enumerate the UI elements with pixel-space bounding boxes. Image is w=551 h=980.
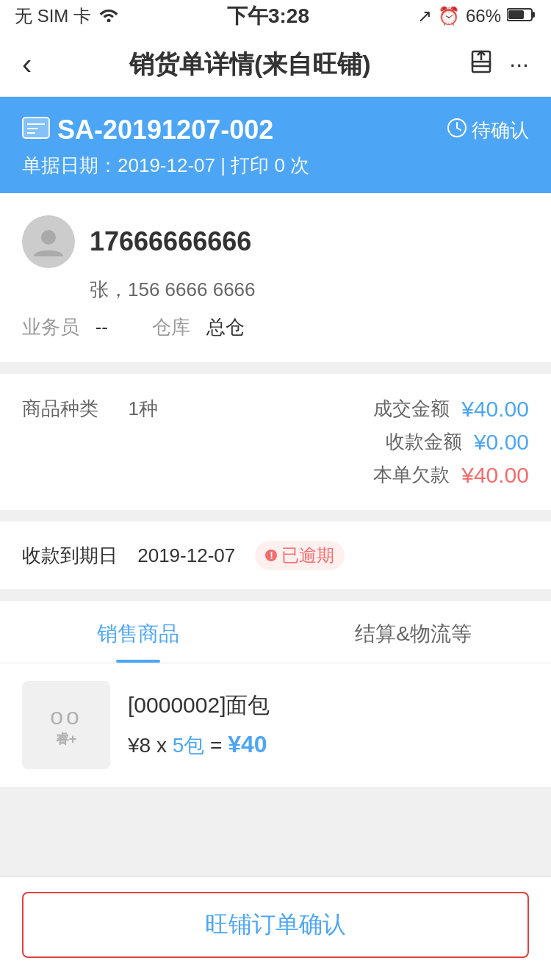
overdue-text: 已逾期 [281,544,334,567]
payment-row: 收款金额 ¥0.00 [386,429,529,455]
back-button[interactable]: ‹ [22,48,32,81]
status-time: 下午3:28 [227,2,309,30]
battery-text: 66% [466,6,501,26]
due-date-label: 收款到期日 [22,543,118,569]
nav-left: ‹ [22,48,32,81]
product-thumbnail: oo 睿+ [22,681,110,769]
due-date-value: 2019-12-07 [137,544,235,567]
sim-status: 无 SIM 卡 [15,4,91,28]
svg-point-14 [41,230,56,245]
salesperson-label: 业务员 [22,316,79,338]
price-equals: = [210,734,228,757]
overdue-dot-icon: ! [265,550,277,561]
wifi-icon [98,6,119,26]
clock-icon [447,118,467,143]
share-button[interactable] [468,48,494,81]
overdue-badge: ! 已逾期 [255,541,345,570]
payment-label: 收款金额 [386,429,462,455]
payment-value: ¥0.00 [474,430,529,455]
due-section: 收款到期日 2019-12-07 ! 已逾期 [0,522,551,589]
product-info: [0000002]面包 ¥8 x 5包 = ¥40 [128,691,529,760]
order-header: SA-20191207-002 待确认 单据日期：2019-12-07 | 打印… [0,97,551,193]
balance-row: 本单欠款 ¥40.00 [373,462,529,488]
nav-right: ··· [468,48,529,81]
price-qty: 5包 [173,734,205,757]
svg-line-13 [457,128,461,130]
transaction-row: 成交金额 ¥40.00 [373,396,529,422]
svg-rect-3 [508,10,524,19]
order-date: 单据日期：2019-12-07 | 打印 0 次 [22,153,529,179]
status-left: 无 SIM 卡 [15,4,119,28]
transaction-label: 成交金额 [373,396,450,422]
price-unit: ¥8 [128,734,151,757]
product-type-row: 商品种类 1种 [22,396,158,422]
transaction-value: ¥40.00 [461,397,529,422]
warehouse-label: 仓库 [152,316,190,338]
price-total: ¥40 [228,731,267,757]
product-item: oo 睿+ [0000002]面包 ¥8 x 5包 = ¥40 [22,681,529,769]
customer-meta: 业务员 -- 仓库 总仓 [22,314,529,340]
confirm-button[interactable]: 旺铺订单确认 [22,892,529,958]
nav-bar: ‹ 销货单详情(来自旺铺) ··· [0,32,551,97]
location-icon: ↗ [417,6,432,26]
product-price: ¥8 x 5包 = ¥40 [128,731,529,760]
alarm-icon: ⏰ [438,6,460,26]
avatar [22,215,75,268]
customer-name: 张，156 6666 6666 [22,277,529,303]
tabs-bar: 销售商品 结算&物流等 [0,601,551,663]
balance-value: ¥40.00 [461,463,529,488]
svg-rect-2 [532,12,535,18]
customer-phone: 17666666666 [90,226,251,257]
product-type-value: 1种 [128,397,157,419]
salesperson-value: -- [96,316,108,338]
summary-section: 商品种类 1种 成交金额 ¥40.00 收款金额 ¥0.00 本单欠款 ¥40.… [0,374,551,510]
customer-section: 17666666666 张，156 6666 6666 业务员 -- 仓库 总仓 [0,193,551,362]
order-status: 待确认 [447,118,529,143]
product-name: [0000002]面包 [128,691,529,721]
svg-point-0 [107,19,111,23]
page-title: 销货单详情(来自旺铺) [129,48,371,82]
warehouse-value: 总仓 [206,316,245,338]
price-multiply: x [156,734,173,757]
bottom-bar: 旺铺订单确认 [0,876,551,980]
tab-settlement[interactable]: 结算&物流等 [276,601,551,663]
battery-icon [507,6,536,26]
thumb-brand: 睿+ [56,730,77,748]
thumb-eyes: oo [50,703,82,730]
status-right: ↗ ⏰ 66% [417,6,536,26]
balance-label: 本单欠款 [373,462,450,488]
order-icon [22,115,50,145]
product-section: oo 睿+ [0000002]面包 ¥8 x 5包 = ¥40 [0,663,551,787]
more-button[interactable]: ··· [509,51,529,78]
status-bar: 无 SIM 卡 下午3:28 ↗ ⏰ 66% [0,0,551,32]
tab-products[interactable]: 销售商品 [0,601,276,663]
product-type-label: 商品种类 [22,397,98,419]
order-id: SA-20191207-002 [22,115,273,145]
tabs-section: 销售商品 结算&物流等 [0,601,551,663]
